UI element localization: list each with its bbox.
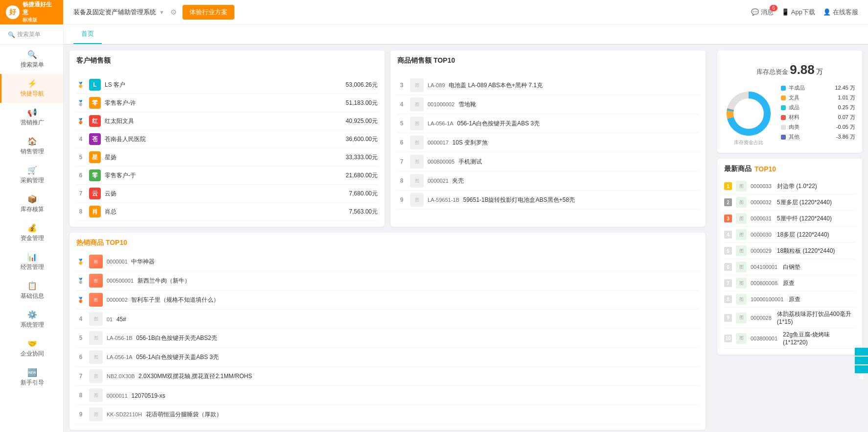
newest-code: 000800008 [751, 280, 777, 286]
newest-rank: 5 [724, 247, 732, 255]
legend-name: 其他 [789, 133, 833, 141]
newest-name: 5厘多层 (1220*2440) [777, 198, 832, 207]
hot-product-info: 0000002 智利车子里（规格不知道填什么） [107, 296, 219, 304]
rank-number: 8 [76, 207, 85, 216]
newest-thumb: 图 [736, 278, 747, 288]
sidebar-item-purchase[interactable]: 🛒采购管理 [0, 161, 63, 190]
content-tabs: 首页 [64, 24, 868, 45]
newest-code: 004100001 [751, 264, 777, 270]
rank-avatar: 红 [89, 115, 101, 127]
hot-rank-number: 7 [76, 372, 85, 381]
rank-number: 🥇 [76, 80, 85, 89]
legend-value: 0.07 万 [838, 114, 855, 121]
product-rank-number: 5 [397, 119, 406, 128]
rank-name: LS 客户 [105, 81, 342, 89]
rank-item: 7 云 云扬 7,680.00元 [76, 185, 378, 203]
sidebar-item-quick[interactable]: ⚡快捷导航 [0, 74, 63, 103]
product-info: LA-056-1A 056-1A白色按键开关盖ABS 3壳 [428, 120, 540, 128]
sales-icon: 🏠 [27, 137, 37, 146]
newest-item: 1 图 0000033 封边带 (1.0*22) [724, 178, 855, 194]
newest-thumb: 图 [736, 181, 747, 192]
search-menu-item[interactable]: 🔍 搜索菜单 [0, 24, 63, 45]
rank-value: 21,680.00元 [346, 171, 378, 180]
legend-dot [781, 86, 786, 91]
hot-product-info: LA-056-1B 056-1B白色按键开关壳ABS2壳 [107, 334, 217, 342]
rank-number: 🥉 [76, 117, 85, 125]
floating-community-btn[interactable]: 服务社区 [855, 357, 868, 364]
rank-item: 🥇 L LS 客户 53,006.26元 [76, 76, 378, 94]
rank-value: 7,680.00元 [349, 190, 378, 198]
product-rank-number: 9 [397, 195, 406, 204]
newest-products-title: 最新商品 TOP10 [724, 165, 855, 173]
legend-dot [781, 96, 786, 100]
hot-rank-number: 🥈 [76, 276, 85, 285]
hot-product-item: 5 图 LA-056-1B 056-1B白色按键开关壳ABS2壳 [76, 329, 699, 348]
newest-thumb: 图 [736, 197, 747, 208]
legend-dot [781, 135, 786, 140]
newest-rank: 2 [724, 198, 732, 206]
donut-label: 库存资金占比 [724, 139, 773, 146]
hot-product-thumb: 图 [89, 350, 103, 364]
product-rank-item: 7 图 000800005 手机测试 [397, 152, 699, 171]
sidebar-item-finance[interactable]: 💰资金管理 [0, 218, 63, 247]
hot-product-item: 9 图 KK-SD22110H 花语萌恒温分腿睡袋（厚款） [76, 405, 699, 424]
rank-value: 36,600.00元 [346, 135, 378, 144]
hot-product-thumb: 图 [89, 388, 103, 402]
gear-icon[interactable]: ⚙ [170, 8, 177, 17]
newest-name: 18颗粒板 (1220*2440) [777, 247, 835, 255]
sidebar-item-company[interactable]: 🤝企业协同 [0, 334, 63, 363]
message-badge[interactable]: 💬 消息 6 [751, 8, 774, 17]
floating-service-btn[interactable]: 客服热线 [855, 348, 868, 356]
newest-name: 封边带 (1.0*22) [777, 182, 817, 191]
newest-rank: 10 [724, 335, 732, 342]
sidebar-item-search[interactable]: 🔍搜索菜单 [0, 45, 63, 74]
hot-product-thumb: 图 [89, 255, 103, 268]
sidebar-item-operation[interactable]: 📊经营管理 [0, 247, 63, 276]
message-icon: 💬 [751, 8, 759, 16]
hot-product-info: 01 45# [107, 315, 126, 323]
floating-live-btn[interactable]: 直播 [855, 365, 868, 373]
legend-item: 其他 -3.86 万 [781, 133, 855, 141]
legend-value: 0.25 万 [838, 104, 855, 111]
newest-item: 3 图 0000031 5厘中纤 (1220*2440) [724, 211, 855, 227]
rank-avatar: 肖 [89, 206, 101, 217]
product-thumb: 图 [410, 174, 424, 188]
system-selector[interactable]: 装备及固定资产辅助管理系统 ▼ [73, 8, 164, 17]
hot-product-thumb: 图 [89, 274, 103, 288]
sidebar-item-marketing[interactable]: 📢营销推广 [0, 103, 63, 132]
newest-code: 0000032 [751, 199, 772, 205]
product-thumb: 图 [410, 97, 424, 111]
rank-name: 肖总 [105, 208, 345, 216]
system-name: 装备及固定资产辅助管理系统 [73, 8, 156, 17]
rank-item: 8 肖 肖总 7,563.00元 [76, 203, 378, 221]
product-thumb: 图 [410, 136, 424, 149]
sidebar-item-guide[interactable]: 🆕新手引导 [0, 363, 63, 392]
hot-product-thumb: 图 [89, 312, 103, 326]
sidebar-item-system[interactable]: ⚙️系统管理 [0, 305, 63, 334]
sidebar-item-sales[interactable]: 🏠销售管理 [0, 132, 63, 161]
hot-product-item: 🥈 图 000500001 新西兰牛肉（新牛） [76, 271, 699, 290]
rank-avatar: L [89, 79, 101, 91]
donut-chart: 库存资金占比 [724, 89, 773, 138]
service-icon: 👤 [823, 8, 831, 16]
online-service[interactable]: 👤 在线客服 [823, 8, 858, 17]
rank-item: 5 星 星扬 33,333.00元 [76, 148, 378, 167]
search-icon: 🔍 [8, 31, 15, 38]
topbar: 装备及固定资产辅助管理系统 ▼ ⚙ 体验行业方案 💬 消息 6 📱 App下载 … [64, 0, 868, 24]
customer-rank-title: 客户销售额 [76, 56, 378, 65]
hot-product-info: 0000011 12070519-xs [107, 392, 165, 399]
app-download[interactable]: 📱 App下载 [781, 8, 815, 17]
sidebar-item-basic[interactable]: 📋基础信息 [0, 276, 63, 305]
product-rank-item: 8 图 0000021 夹壳 [397, 171, 699, 191]
tab-home[interactable]: 首页 [73, 24, 102, 44]
trial-button[interactable]: 体验行业方案 [183, 5, 234, 20]
product-thumb: 图 [410, 193, 424, 207]
product-rank-item: 5 图 LA-056-1A 056-1A白色按键开关盖ABS 3壳 [397, 114, 699, 133]
left-section: 客户销售额 🥇 L LS 客户 53,006.26元 🥈 零 零售客户-许 51… [64, 45, 711, 432]
newest-name: 22g鱼豆腐-烧烤味 (1*12*20) [783, 331, 855, 346]
rank-name: 零售客户-许 [105, 99, 342, 107]
finance-icon: 💰 [27, 223, 37, 233]
sidebar-item-inventory[interactable]: 📦库存核算 [0, 190, 63, 218]
product-sales-title: 商品销售额 TOP10 [397, 56, 699, 65]
hot-rank-number: 🥉 [76, 295, 85, 304]
